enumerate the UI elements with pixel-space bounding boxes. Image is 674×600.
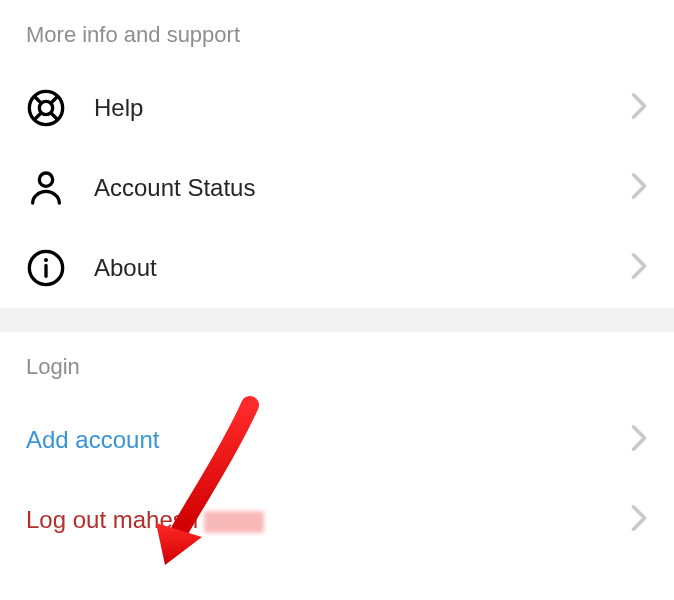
list-item-label: Add account [26, 426, 630, 454]
svg-point-6 [39, 173, 52, 186]
svg-line-4 [51, 96, 58, 103]
section-divider [0, 308, 674, 332]
list-item-label: Help [94, 94, 630, 122]
chevron-right-icon [630, 172, 648, 204]
svg-line-2 [34, 96, 41, 103]
info-icon [26, 248, 66, 288]
svg-line-3 [51, 113, 58, 120]
list-item-label: Account Status [94, 174, 630, 202]
chevron-right-icon [630, 92, 648, 124]
chevron-right-icon [630, 424, 648, 456]
person-icon [26, 168, 66, 208]
section-header-login: Login [0, 332, 674, 400]
section-header-support: More info and support [0, 0, 674, 68]
chevron-right-icon [630, 504, 648, 536]
list-item-help[interactable]: Help [0, 68, 674, 148]
chevron-right-icon [630, 252, 648, 284]
svg-point-1 [39, 101, 52, 114]
list-item-account-status[interactable]: Account Status [0, 148, 674, 228]
list-item-log-out[interactable]: Log out mahesh [0, 480, 674, 560]
list-item-label: About [94, 254, 630, 282]
list-item-label: Log out mahesh [26, 506, 630, 534]
svg-line-5 [34, 113, 41, 120]
lifebuoy-icon [26, 88, 66, 128]
svg-point-9 [45, 259, 47, 261]
list-item-add-account[interactable]: Add account [0, 400, 674, 480]
list-item-about[interactable]: About [0, 228, 674, 308]
redacted-username-suffix [204, 511, 264, 533]
